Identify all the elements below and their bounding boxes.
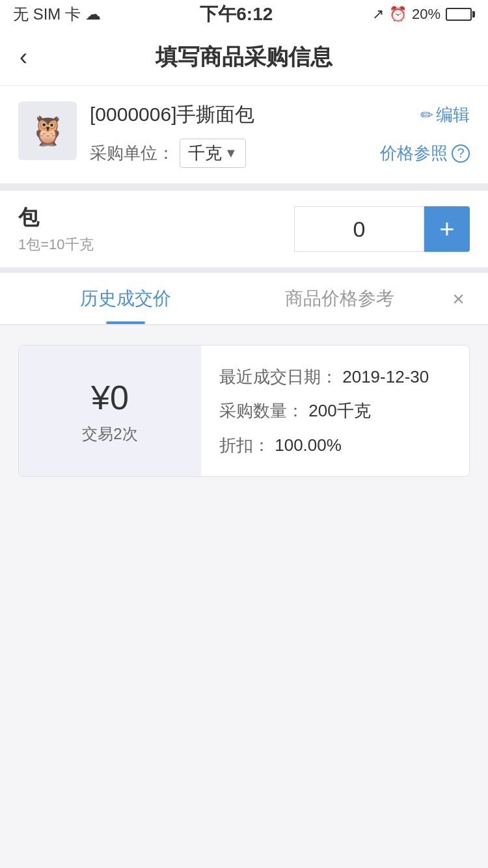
edit-label: 编辑 <box>436 103 470 126</box>
product-owl-icon: 🦉 <box>30 114 66 148</box>
purchase-qty-label: 采购数量： <box>219 401 304 420</box>
recent-date-label: 最近成交日期： <box>219 367 338 387</box>
status-right: ↗ ⏰ 20% <box>372 6 475 23</box>
qty-unit-label: 包 <box>18 204 94 232</box>
status-bar: 无 SIM 卡 ☁ 下午6:12 ↗ ⏰ 20% <box>0 0 488 29</box>
status-time: 下午6:12 <box>200 2 273 27</box>
unit-selector[interactable]: 千克 ▼ <box>180 139 246 168</box>
recent-date-row: 最近成交日期： 2019-12-30 <box>219 365 451 388</box>
product-thumbnail: 🦉 <box>18 102 77 160</box>
tab-product-price-ref[interactable]: 商品价格参考 <box>233 273 448 324</box>
tabs-close-button[interactable]: × <box>447 283 470 314</box>
unit-label: 采购单位： <box>90 142 174 165</box>
nav-icon: ↗ <box>372 6 384 23</box>
recent-date-value: 2019-12-30 <box>342 367 429 387</box>
qty-label-area: 包 1包=10千克 <box>18 204 94 254</box>
nav-bar: ‹ 填写商品采购信息 <box>0 29 488 86</box>
status-left: 无 SIM 卡 ☁ <box>13 4 101 25</box>
discount-label: 折扣： <box>219 435 270 455</box>
edit-icon: ✏ <box>420 106 433 124</box>
battery-percent: 20% <box>412 6 441 23</box>
unit-value: 千克 <box>188 142 222 165</box>
history-content: ¥0 交易2次 最近成交日期： 2019-12-30 采购数量： 200千克 折… <box>0 325 488 496</box>
section-divider <box>0 184 488 191</box>
battery-icon <box>446 8 475 21</box>
price-card-left: ¥0 交易2次 <box>19 346 201 476</box>
qty-input-area: 0 + <box>294 206 470 252</box>
sim-status: 无 SIM 卡 ☁ <box>13 4 101 25</box>
purchase-qty-value: 200千克 <box>308 401 370 420</box>
main-content-area <box>0 496 488 868</box>
product-name: [0000006]手撕面包 <box>90 102 254 128</box>
help-icon: ? <box>452 144 470 163</box>
back-button[interactable]: ‹ <box>13 39 34 75</box>
price-ref-link[interactable]: 价格参照 ? <box>380 142 470 165</box>
price-ref-label: 价格参照 <box>380 142 448 165</box>
alarm-icon: ⏰ <box>389 6 407 23</box>
edit-link[interactable]: ✏ 编辑 <box>420 103 470 126</box>
qty-plus-button[interactable]: + <box>424 206 470 252</box>
discount-value: 100.00% <box>275 435 342 455</box>
qty-conversion-label: 1包=10千克 <box>18 235 94 254</box>
price-trades: 交易2次 <box>82 424 137 444</box>
product-info: [0000006]手撕面包 ✏ 编辑 采购单位： 千克 ▼ 价格参照 ? <box>90 102 470 168</box>
price-amount: ¥0 <box>91 378 129 417</box>
tab-history-price[interactable]: 历史成交价 <box>18 273 233 324</box>
quantity-section: 包 1包=10千克 0 + <box>0 191 488 273</box>
price-card-right: 最近成交日期： 2019-12-30 采购数量： 200千克 折扣： 100.0… <box>201 346 469 476</box>
product-section: 🦉 [0000006]手撕面包 ✏ 编辑 采购单位： 千克 ▼ <box>0 86 488 184</box>
tabs-header: 历史成交价 商品价格参考 × <box>0 273 488 325</box>
purchase-qty-row: 采购数量： 200千克 <box>219 399 451 422</box>
price-card: ¥0 交易2次 最近成交日期： 2019-12-30 采购数量： 200千克 折… <box>18 345 470 477</box>
discount-row: 折扣： 100.00% <box>219 433 451 457</box>
qty-input-box[interactable]: 0 <box>294 206 424 252</box>
page-title: 填写商品采购信息 <box>156 42 332 72</box>
tabs-section: 历史成交价 商品价格参考 × <box>0 273 488 325</box>
unit-dropdown-arrow: ▼ <box>224 146 237 161</box>
